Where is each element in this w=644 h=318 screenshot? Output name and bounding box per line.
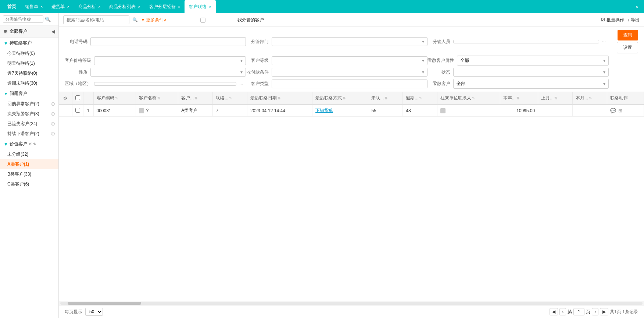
dept-select[interactable]: ▾ — [272, 37, 427, 46]
customer-level-caret: ▾ — [422, 58, 424, 63]
scrollbar-thumb[interactable] — [68, 302, 141, 305]
price-level-select[interactable]: ▾ — [94, 56, 246, 65]
th-this-month[interactable]: 本月... ⇅ — [573, 92, 607, 105]
row-checkbox[interactable] — [75, 108, 80, 113]
sidebar-item-repurchase-abnormal[interactable]: 回购异常客户(2) ⓘ — [0, 99, 58, 109]
sidebar-item-unclassified[interactable]: 未分组(32) — [0, 149, 58, 159]
last-contact-method-link[interactable]: 下销货单 — [315, 108, 333, 113]
adv-filter-row-3: 性质 ▾ 收付款条件 ▾ 状态 — [65, 68, 638, 77]
page-size-select[interactable]: 50 — [85, 308, 103, 316]
next-page-button[interactable]: › — [592, 308, 598, 315]
collapse-icon[interactable]: ◀ — [51, 29, 55, 34]
nav-analysis[interactable]: 商品分析 × — [74, 0, 105, 13]
person-dots[interactable]: ··· — [599, 39, 609, 44]
search-input[interactable] — [63, 15, 129, 24]
th-last-month[interactable]: 上月... ⇅ — [538, 92, 573, 105]
th-category[interactable]: 客户... ⇅ — [178, 92, 213, 105]
sort-code-icon: ⇅ — [115, 96, 118, 100]
td-no-contact: 55 — [368, 105, 403, 117]
query-button[interactable]: 查询 — [618, 30, 638, 40]
nav-purchase[interactable]: 进货单 × — [47, 0, 74, 13]
sidebar-item-overdue[interactable]: 逾期未联络(30) — [0, 78, 58, 88]
sort-overdue-icon: ⇅ — [419, 96, 422, 100]
nav-sales[interactable]: 销售单 × — [21, 0, 47, 13]
prev-page-button[interactable]: ‹ — [559, 308, 566, 315]
nav-customer-segment[interactable]: 客户分层经营 × — [145, 0, 185, 13]
filter-customer-level: 客户等级 ▾ — [246, 56, 427, 65]
sidebar-all-customers-header[interactable]: ⊞ 全部客户 ◀ — [0, 25, 58, 38]
nav-analysis-list[interactable]: 商品分析列表 × — [105, 0, 144, 13]
th-code[interactable]: 客户编码 ⇅ — [93, 92, 136, 105]
close-customer-segment-tab[interactable]: × — [178, 4, 180, 9]
horizontal-scrollbar[interactable] — [59, 301, 644, 305]
page-input[interactable] — [573, 308, 584, 315]
customer-level-select[interactable]: ▾ — [272, 56, 427, 65]
grid-icon: ⊞ — [4, 29, 7, 34]
search-icon[interactable]: 🔍 — [132, 17, 138, 22]
close-customer-contact-tab[interactable]: × — [209, 4, 211, 9]
sidebar-item-sustained-decline[interactable]: 持续下滑客户(2) ⓘ — [0, 129, 58, 139]
close-analysis-tab[interactable]: × — [98, 4, 100, 9]
nav-customer-contact[interactable]: 客户联络 × — [185, 0, 215, 13]
sidebar-item-today[interactable]: 今天待联络(0) — [0, 49, 58, 59]
edit-icon[interactable]: ✎ — [33, 142, 36, 146]
th-no-contact[interactable]: 未联... ⇅ — [368, 92, 403, 105]
region-select[interactable] — [94, 82, 236, 86]
filter-bar: 🔍 ▼ 更多条件 ∧ 我分管的客户 ☑ 批量操作 ↓ 导出 — [59, 13, 644, 27]
td-last-month — [538, 105, 573, 117]
my-customer-checkbox[interactable] — [170, 18, 236, 22]
close-purchase-tab[interactable]: × — [67, 4, 69, 9]
close-sales-tab[interactable]: × — [40, 4, 43, 9]
sidebar: 🔍 ⊞ 全部客户 ◀ ▼ 待联络客户 今天待联络(0) 明天待联络(1) 近7天… — [0, 13, 59, 318]
th-unit-contact[interactable]: 往来单位联系人 ⇅ — [437, 92, 500, 105]
th-last-contact-method[interactable]: 最后联络方式 ⇅ — [312, 92, 368, 105]
status-select[interactable]: ▾ — [453, 68, 609, 77]
sidebar-item-lost[interactable]: 已流失客户(24) ⓘ — [0, 119, 58, 129]
setting-icon[interactable]: ⚙ — [63, 96, 67, 101]
retail-caret: ▾ — [603, 81, 605, 86]
batch-icon: ☑ — [601, 17, 605, 22]
td-num: 1 — [83, 105, 93, 117]
th-setting[interactable]: ⚙ — [59, 92, 72, 105]
customer-type-input[interactable] — [272, 80, 427, 88]
retail-attr-select[interactable]: 全部 ▾ — [457, 56, 609, 66]
select-all-checkbox[interactable] — [75, 95, 80, 100]
th-this-year[interactable]: 本年... ⇅ — [500, 92, 538, 105]
th-contact[interactable]: 联络... ⇅ — [213, 92, 247, 105]
sidebar-item-class-a[interactable]: A类客户(1) — [0, 159, 58, 169]
th-name[interactable]: 客户名称 ⇅ — [136, 92, 178, 105]
batch-op-button[interactable]: ☑ 批量操作 — [601, 17, 624, 23]
grid-action-icon[interactable]: ⊞ — [618, 108, 622, 113]
sidebar-item-lost-prediction[interactable]: 流失预警客户(3) ⓘ — [0, 109, 58, 119]
sidebar-item-week[interactable]: 近7天待联络(0) — [0, 68, 58, 78]
th-overdue[interactable]: 逾期... ⇅ — [403, 92, 437, 105]
close-analysis-list-tab[interactable]: × — [138, 4, 140, 9]
close-window-button[interactable]: × — [633, 3, 641, 10]
th-last-contact-date[interactable]: 最后联络日期 ⇅ — [247, 92, 312, 105]
info-icon-4: ⓘ — [51, 131, 55, 137]
filter-retail: 零散客户 全部 ▾ — [427, 79, 609, 89]
sidebar-search-input[interactable] — [3, 15, 43, 23]
nav-home[interactable]: 首页 — [3, 0, 21, 13]
phone-input[interactable] — [90, 37, 246, 46]
retail-select[interactable]: 全部 ▾ — [453, 79, 609, 89]
comment-icon[interactable]: 💬 — [610, 108, 616, 113]
first-page-button[interactable]: ◀ — [550, 308, 558, 315]
more-filter-button[interactable]: ▼ 更多条件 ∧ — [141, 17, 167, 23]
sidebar-item-class-b[interactable]: B类客户(33) — [0, 169, 58, 179]
sidebar-item-tomorrow[interactable]: 明天待联络(1) — [0, 59, 58, 68]
region-dots[interactable]: ··· — [236, 81, 246, 86]
name-color-block — [139, 108, 144, 113]
setting-button[interactable]: 设置 — [617, 42, 638, 53]
payment-caret: ▾ — [422, 70, 424, 75]
nature-select[interactable]: ▾ — [90, 68, 246, 77]
refresh-icon[interactable]: ↺ — [29, 142, 32, 146]
person-select[interactable] — [453, 40, 599, 43]
sort-category-icon: ⇅ — [194, 96, 197, 100]
payment-select[interactable]: ▾ — [272, 68, 427, 77]
last-page-button[interactable]: ▶ — [600, 308, 608, 315]
filter-retail-attr: 零散客户属性 全部 ▾ — [427, 56, 609, 66]
sidebar-item-class-c[interactable]: C类客户(6) — [0, 179, 58, 189]
sidebar-search-icon[interactable]: 🔍 — [45, 17, 51, 22]
export-button[interactable]: ↓ 导出 — [627, 17, 640, 23]
